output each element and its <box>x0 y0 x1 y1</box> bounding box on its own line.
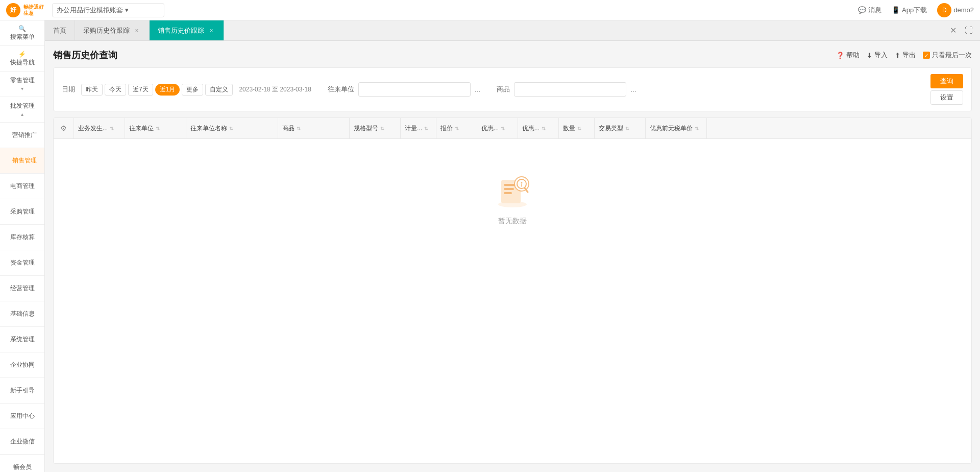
tab-purchase-track[interactable]: 采购历史价跟踪 × <box>75 20 150 40</box>
chevron-down-icon: ▾ <box>21 86 23 91</box>
sidebar-item-wholesale[interactable]: 批发管理 ▴ <box>0 97 44 123</box>
sidebar-item-enterprise-wx[interactable]: 企业微信 <box>0 429 44 455</box>
sidebar-item-finance[interactable]: 资金管理 <box>0 250 44 276</box>
table-settings-btn[interactable]: ⚙ <box>54 118 74 138</box>
top-bar-right: 💬 消息 📱 App下载 D demo2 <box>858 3 974 17</box>
import-icon: ⬇ <box>867 52 872 59</box>
settings-button[interactable]: 设置 <box>930 90 963 105</box>
page-header: 销售历史价查询 ❓ 帮助 ⬇ 导入 ⬆ 导出 ✓ <box>53 49 972 61</box>
user-btn[interactable]: D demo2 <box>937 3 974 17</box>
sidebar-item-system[interactable]: 系统管理 <box>0 327 44 352</box>
sort-icon-price: ⇅ <box>455 126 459 131</box>
sort-icon-trade-type: ⇅ <box>625 126 629 131</box>
page-header-actions: ❓ 帮助 ⬇ 导入 ⬆ 导出 ✓ 只看最后一次 <box>836 51 972 60</box>
sidebar-item-sales-mgmt[interactable]: 销售管理 <box>0 148 44 174</box>
filter-actions: 查询 设置 <box>930 74 963 105</box>
svg-point-8 <box>521 182 523 184</box>
close-tab-icon[interactable]: ✕ <box>947 25 960 36</box>
top-bar: 好 畅捷通好生意 办公用品行业模拟账套 ▾ 💬 消息 📱 App下载 D dem… <box>0 0 980 20</box>
th-product[interactable]: 商品 ⇅ <box>278 118 350 138</box>
org-dropdown[interactable]: 办公用品行业模拟账套 ▾ <box>52 3 164 17</box>
page-content: 销售历史价查询 ❓ 帮助 ⬇ 导入 ⬆ 导出 ✓ <box>45 41 980 472</box>
help-btn[interactable]: ❓ 帮助 <box>836 51 860 60</box>
query-button[interactable]: 查询 <box>930 74 963 88</box>
sidebar-item-retail[interactable]: 零售管理 ▾ <box>0 72 44 97</box>
partner-picker-btn[interactable]: ... <box>475 85 481 93</box>
sort-icon-discount2: ⇅ <box>542 126 546 131</box>
date-btn-7days[interactable]: 近7天 <box>128 84 153 96</box>
tab-close-purchase[interactable]: × <box>133 27 141 35</box>
sort-icon-partner-name: ⇅ <box>229 126 233 131</box>
sidebar-item-beginner[interactable]: 新手引导 <box>0 378 44 404</box>
sidebar-item-basic-info[interactable]: 基础信息 <box>0 301 44 327</box>
date-btn-custom[interactable]: 自定义 <box>205 84 233 96</box>
last-only-checkbox[interactable]: ✓ 只看最后一次 <box>923 51 972 60</box>
th-spec[interactable]: 规格型号 ⇅ <box>350 118 401 138</box>
product-input[interactable] <box>514 82 626 97</box>
sidebar-item-member[interactable]: 畅会员 <box>0 455 44 472</box>
date-btn-more[interactable]: 更多 <box>182 84 203 96</box>
th-discount2[interactable]: 优惠... ⇅ <box>518 118 559 138</box>
table-container: ⚙ 业务发生... ⇅ 往来单位 ⇅ 往来单位名称 ⇅ <box>53 117 972 464</box>
th-price[interactable]: 报价 ⇅ <box>436 118 477 138</box>
sort-icon-qty: ⇅ <box>577 126 581 131</box>
logo-icon: 好 <box>6 3 20 17</box>
partner-filter-group: 往来单位 ... <box>328 82 481 97</box>
date-btn-1month[interactable]: 近1月 <box>155 84 180 96</box>
tab-close-sales[interactable]: × <box>207 27 215 35</box>
tab-bar-actions: ✕ ⛶ <box>947 25 980 36</box>
th-qty[interactable]: 数量 ⇅ <box>559 118 595 138</box>
chevron-up-icon: ▴ <box>21 111 23 117</box>
sidebar-item-cooperation[interactable]: 企业协同 <box>0 352 44 378</box>
product-filter-label: 商品 <box>497 85 510 94</box>
sort-icon-product: ⇅ <box>297 126 301 131</box>
tab-home[interactable]: 首页 <box>45 20 75 40</box>
chevron-down-icon: ▾ <box>125 6 129 14</box>
partner-input[interactable] <box>358 82 471 97</box>
sidebar-item-inventory[interactable]: 库存核算 <box>0 225 44 250</box>
message-icon: 💬 <box>858 6 866 14</box>
sidebar-item-app-center[interactable]: 应用中心 <box>0 404 44 429</box>
date-btn-yesterday[interactable]: 昨天 <box>81 84 103 96</box>
sidebar-item-marketing[interactable]: 营销推广 <box>0 123 44 148</box>
content-area: 首页 采购历史价跟踪 × 销售历史价跟踪 × ✕ ⛶ 销售历史价查询 <box>45 20 980 472</box>
th-notax-price[interactable]: 优惠前无税单价 ⇅ <box>646 118 707 138</box>
date-range-display: 2023-02-18 至 2023-03-18 <box>239 85 311 94</box>
logo: 好 畅捷通好生意 <box>6 3 47 17</box>
th-date[interactable]: 业务发生... ⇅ <box>74 118 125 138</box>
product-picker-btn[interactable]: ... <box>630 85 636 93</box>
logo-text: 畅捷通好生意 <box>23 4 47 16</box>
tab-sales-track[interactable]: 销售历史价跟踪 × <box>150 20 224 40</box>
sidebar-item-operation[interactable]: 经营管理 <box>0 276 44 301</box>
sidebar-item-ecommerce[interactable]: 电商管理 <box>0 174 44 199</box>
help-icon: ❓ <box>836 52 844 59</box>
sidebar-item-quick-nav[interactable]: ⚡ 快捷导航 <box>0 46 44 72</box>
empty-state: 暂无数据 <box>54 139 971 256</box>
export-icon: ⬆ <box>895 52 900 59</box>
main-layout: 🔍 搜索菜单 ⚡ 快捷导航 零售管理 ▾ 批发管理 ▴ 营销推广 销售管理 电商… <box>0 20 980 472</box>
th-unit[interactable]: 计量... ⇅ <box>401 118 436 138</box>
th-trade-type[interactable]: 交易类型 ⇅ <box>595 118 646 138</box>
th-partner-id[interactable]: 往来单位 ⇅ <box>125 118 186 138</box>
sort-icon-unit: ⇅ <box>424 126 428 131</box>
search-icon: 🔍 <box>18 25 26 32</box>
maximize-icon[interactable]: ⛶ <box>962 25 976 36</box>
svg-rect-4 <box>504 192 512 194</box>
filter-area: 日期 昨天 今天 近7天 近1月 更多 自定义 2023-02-18 至 202… <box>53 67 972 111</box>
svg-rect-3 <box>504 188 514 190</box>
app-download-btn[interactable]: 📱 App下载 <box>892 6 927 15</box>
message-btn[interactable]: 💬 消息 <box>858 6 881 15</box>
gear-icon: ⚙ <box>60 124 67 132</box>
export-btn[interactable]: ⬆ 导出 <box>895 51 916 60</box>
sidebar-item-search-menu[interactable]: 🔍 搜索菜单 <box>0 20 44 46</box>
th-partner-name[interactable]: 往来单位名称 ⇅ <box>186 118 278 138</box>
import-btn[interactable]: ⬇ 导入 <box>867 51 888 60</box>
th-discount1[interactable]: 优惠... ⇅ <box>477 118 518 138</box>
filter-row-date: 日期 昨天 今天 近7天 近1月 更多 自定义 2023-02-18 至 202… <box>62 74 963 105</box>
sidebar-item-purchase[interactable]: 采购管理 <box>0 199 44 225</box>
sort-icon-discount1: ⇅ <box>501 126 505 131</box>
date-buttons: 昨天 今天 近7天 近1月 更多 自定义 <box>81 84 233 96</box>
date-btn-today[interactable]: 今天 <box>105 84 126 96</box>
checkbox-checked-icon: ✓ <box>923 52 930 59</box>
partner-filter-label: 往来单位 <box>328 85 354 94</box>
